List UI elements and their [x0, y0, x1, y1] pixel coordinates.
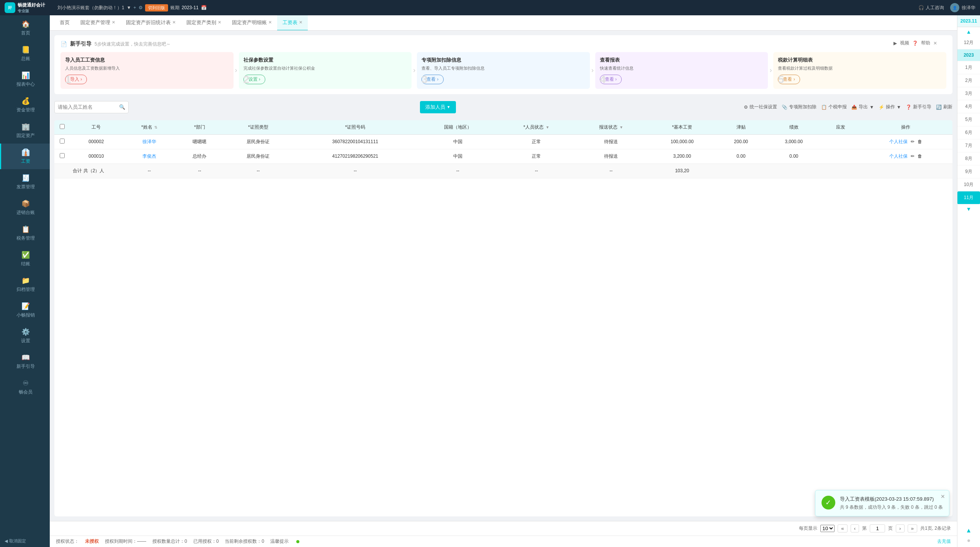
td-checkbox-2[interactable]: [54, 149, 70, 163]
tax-declare-btn[interactable]: 📋 个税申报: [821, 104, 847, 110]
th-status[interactable]: *人员状态 ▼: [498, 120, 575, 135]
row-checkbox-1[interactable]: [60, 139, 65, 144]
toast-desc: 共 9 条数据，成功导入 9 条，失败 0 条，跳过 0 条: [840, 504, 943, 511]
search-input[interactable]: [58, 104, 119, 110]
sidebar-item-guide[interactable]: 📖 新手引导: [0, 349, 50, 374]
sidebar-item-report[interactable]: 📊 报表中心: [0, 67, 50, 92]
panel-icon-1[interactable]: ▲: [966, 527, 972, 534]
panel-nav-up[interactable]: ▲: [965, 27, 973, 36]
tab-fixed-assets-close[interactable]: ✕: [112, 20, 115, 25]
tab-asset-category-close[interactable]: ✕: [218, 20, 221, 25]
month-3[interactable]: 3月: [957, 87, 980, 100]
export-btn[interactable]: 📤 导出 ▼: [851, 104, 874, 110]
month-7[interactable]: 7月: [957, 139, 980, 152]
month-2[interactable]: 2月: [957, 74, 980, 87]
tab-depreciation-close[interactable]: ✕: [172, 20, 176, 25]
employee-name-link-2[interactable]: 李俊杰: [142, 153, 156, 159]
search-icon[interactable]: 🔍: [119, 104, 125, 110]
last-page-btn[interactable]: »: [908, 524, 917, 532]
member-icon: ♾: [23, 379, 29, 387]
action-social-1[interactable]: 个人社保: [889, 139, 908, 145]
sidebar-label-settings: 设置: [21, 338, 30, 344]
sidebar-item-member[interactable]: ♾ 畅会员: [0, 374, 50, 400]
td-allowance-1: 200.00: [717, 134, 765, 149]
sidebar-item-invoice[interactable]: 🧾 发票管理: [0, 169, 50, 195]
action-edit-2[interactable]: ✏: [911, 153, 915, 159]
month-8[interactable]: 8月: [957, 152, 980, 165]
td-name-2[interactable]: 李俊杰: [123, 149, 176, 163]
recharge-link[interactable]: 去充值: [937, 538, 951, 545]
tab-asset-detail-close[interactable]: ✕: [268, 20, 272, 25]
select-all-checkbox[interactable]: [60, 124, 65, 129]
special-deduction-btn[interactable]: 📎 专项附加扣除: [782, 104, 817, 110]
page-number-input[interactable]: [870, 524, 885, 532]
per-page-select[interactable]: 10 20 50: [820, 525, 835, 532]
sidebar-item-assets[interactable]: 🏢 固定资产: [0, 118, 50, 144]
sidebar-item-ledger[interactable]: 📒 总账: [0, 41, 50, 67]
td-name-1[interactable]: 徐泽华: [123, 134, 176, 149]
tab-home[interactable]: 首页: [54, 15, 75, 31]
sidebar-item-tax[interactable]: 📋 税务管理: [0, 220, 50, 246]
tab-depreciation[interactable]: 固定资产折旧统计表 ✕: [121, 15, 181, 31]
td-id-type-2: 居民身份证: [224, 149, 293, 163]
month-6[interactable]: 6月: [957, 126, 980, 139]
summary-perf: [765, 163, 823, 178]
add-account-btn[interactable]: +: [134, 5, 136, 10]
sidebar-item-expense[interactable]: 📝 小畅报销: [0, 297, 50, 323]
month-4[interactable]: 4月: [957, 100, 980, 113]
cancel-fixed-btn[interactable]: ◀ 取消固定: [0, 535, 50, 547]
toast-close-btn[interactable]: ✕: [941, 493, 945, 500]
td-id-2: 000010: [70, 149, 123, 163]
month-1[interactable]: 1月: [957, 61, 980, 74]
sidebar-item-finance[interactable]: 💰 资金管理: [0, 92, 50, 118]
panel-nav-down[interactable]: ▼: [965, 204, 973, 214]
panel-icon-2[interactable]: ●: [967, 537, 971, 544]
th-name[interactable]: *姓名 ⇅: [123, 120, 176, 135]
social-insurance-btn[interactable]: ⚙ 统一社保设置: [744, 104, 777, 110]
first-page-btn[interactable]: «: [838, 524, 847, 532]
month-9[interactable]: 9月: [957, 165, 980, 178]
month-5[interactable]: 5月: [957, 113, 980, 126]
version-toggle-btn[interactable]: 切到旧版: [145, 4, 168, 11]
calendar-icon[interactable]: 📅: [201, 5, 207, 10]
refresh-btn[interactable]: 🔄 刷新: [936, 104, 952, 110]
tab-asset-category[interactable]: 固定资产类别 ✕: [181, 15, 227, 31]
month-10[interactable]: 10月: [957, 178, 980, 191]
tab-asset-detail[interactable]: 固定资产明细账 ✕: [227, 15, 277, 31]
salary-icon: 👔: [21, 148, 30, 157]
th-checkbox[interactable]: [54, 120, 70, 135]
action-edit-1[interactable]: ✏: [911, 139, 915, 144]
action-delete-1[interactable]: 🗑: [918, 139, 922, 144]
account-dropdown-icon[interactable]: ▼: [127, 5, 131, 10]
action-social-2[interactable]: 个人社保: [889, 153, 908, 160]
td-checkbox-1[interactable]: [54, 134, 70, 149]
action-delete-2[interactable]: 🗑: [918, 153, 922, 159]
employee-name-link-1[interactable]: 徐泽华: [142, 139, 156, 144]
add-employee-btn[interactable]: 添加人员 ▼: [420, 101, 456, 113]
sidebar-item-archive[interactable]: 📁 归档管理: [0, 272, 50, 297]
td-action-2: 个人社保 ✏ 🗑: [859, 149, 952, 163]
sidebar-item-settings[interactable]: ⚙️ 设置: [0, 323, 50, 349]
next-page-btn[interactable]: ›: [896, 524, 904, 532]
month-12[interactable]: 12月: [957, 36, 980, 49]
new-guide-btn[interactable]: ❓ 新手引导: [906, 104, 931, 110]
tab-fixed-assets[interactable]: 固定资产管理 ✕: [75, 15, 121, 31]
month-11-current[interactable]: 11月: [957, 191, 980, 204]
add-dropdown-arrow: ▼: [447, 105, 451, 109]
sidebar-label-inventory: 进销台账: [16, 209, 35, 216]
guide-card-close-icon[interactable]: ✕: [933, 41, 937, 46]
sidebar-item-home[interactable]: 🏠 首页: [0, 15, 50, 41]
prev-page-btn[interactable]: ‹: [851, 524, 859, 532]
settings-icon[interactable]: ⚙: [139, 5, 143, 10]
tab-salary-close[interactable]: ✕: [299, 20, 302, 25]
row-checkbox-2[interactable]: [60, 153, 65, 158]
sidebar-item-inventory[interactable]: 📦 进销台账: [0, 195, 50, 220]
year-2023[interactable]: 2023: [957, 49, 980, 61]
tab-salary-table[interactable]: 工资表 ✕: [277, 15, 308, 31]
td-submit-2: 待报送: [575, 149, 647, 163]
th-submit[interactable]: 报送状态 ▼: [575, 120, 647, 135]
sidebar-item-close[interactable]: ✅ 结账: [0, 246, 50, 272]
sidebar-item-salary[interactable]: 👔 工资: [0, 144, 50, 169]
operations-btn[interactable]: ⚡ 操作 ▼: [879, 104, 901, 110]
ai-consult-btn[interactable]: 🎧 人工咨询: [918, 5, 944, 11]
